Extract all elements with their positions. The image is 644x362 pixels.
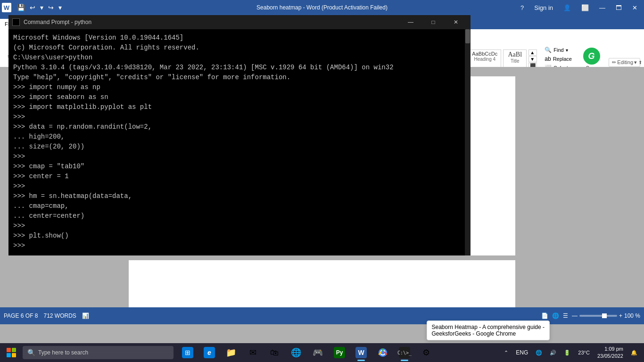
cmd-scrollbar[interactable] [465, 29, 471, 255]
save-button[interactable]: 💾 [15, 3, 27, 12]
doc-page-bottom[interactable] [129, 260, 515, 307]
cmd-maximize-button[interactable]: □ [422, 15, 444, 29]
titlebar-right: ? Sign in 👤 ⬜ — 🗖 ✕ [516, 2, 644, 13]
more-icon: ⚙ [421, 347, 432, 358]
heading4-sub: Heading 4 [474, 57, 495, 62]
cmd-minimize-button[interactable]: — [400, 15, 421, 29]
ribbon-collapse-button[interactable]: ⬆ [637, 59, 643, 66]
taskbar-task-view[interactable]: ⊞ [177, 343, 198, 362]
ribbon-display-options[interactable]: ⬜ [577, 2, 594, 13]
network-icon[interactable]: 🌐 [533, 349, 545, 357]
taskbar-gamepad[interactable]: 🎮 [307, 343, 328, 362]
help-button[interactable]: ? [516, 2, 528, 13]
person-icon[interactable]: 👤 [559, 2, 576, 13]
win-icon-g [12, 348, 16, 352]
cmd-line-10: >>> [13, 112, 466, 122]
cmd-line-4: C:\Users\user>python [13, 53, 466, 63]
cmd-line-22: >>> plt.show() [13, 231, 466, 241]
cmd-line-19: ... cmap=cmap, [13, 201, 466, 211]
styles-scroll-buttons[interactable]: ▲ ▼ ⬛ [528, 49, 537, 69]
task-view-icon: ⊞ [182, 347, 193, 358]
cmd-line-14: >>> [13, 152, 466, 162]
title-sub: Title [511, 58, 520, 64]
close-button[interactable]: ✕ [627, 2, 642, 13]
cmd-line-15: >>> cmap = "tab10" [13, 162, 466, 172]
zoom-thumb[interactable] [602, 313, 607, 318]
taskbar-explorer[interactable]: 📁 [221, 343, 241, 362]
cmd-content-area[interactable]: Microsoft Windows [Version 10.0.19044.16… [8, 29, 471, 255]
zoom-out-button[interactable]: — [572, 313, 578, 319]
cmd-app-icon: ■ [12, 18, 20, 26]
battery-icon[interactable]: 🔋 [561, 349, 573, 357]
taskbar-store[interactable]: 🛍 [264, 343, 285, 362]
up-arrow-tray[interactable]: ⌃ [501, 349, 511, 357]
maximize-button[interactable]: 🗖 [611, 2, 627, 13]
styles-scroll-down[interactable]: ▼ [528, 56, 537, 62]
zoom-slider[interactable]: — + 100 % [572, 313, 640, 319]
status-right: 📄 🌐 ☰ — + 100 % [541, 313, 640, 319]
find-button[interactable]: 🔍 Find ▾ [543, 46, 574, 54]
win-icon-y [12, 353, 16, 357]
editing-mode-button[interactable]: ✏ Editing ▾ [609, 58, 640, 67]
redo-button[interactable]: ↪ [46, 3, 56, 12]
volume-icon[interactable]: 🔊 [547, 349, 559, 357]
cmd-line-1: Microsoft Windows [Version 10.0.19044.16… [13, 33, 466, 43]
undo-dropdown-button[interactable]: ▾ [38, 3, 45, 12]
cmd-titlebar-left: ■ Command Prompt - python [12, 18, 91, 26]
editing-mode-label: Editing [617, 59, 633, 65]
page-count[interactable]: PAGE 6 OF 8 [4, 313, 38, 319]
undo-button[interactable]: ↩ [28, 3, 37, 12]
win-icon-r [7, 348, 11, 352]
minimize-button[interactable]: — [594, 2, 610, 13]
zoom-in-button[interactable]: + [619, 313, 622, 319]
taskbar-search-box[interactable]: 🔍 Type here to search [23, 346, 173, 359]
editing-mode-icon: ✏ [612, 59, 616, 66]
taskbar-python-ide[interactable]: Py [329, 343, 350, 362]
taskbar-more[interactable]: ⚙ [416, 343, 437, 362]
zoom-level[interactable]: 100 % [624, 313, 640, 319]
replace-icon: ab [545, 56, 551, 62]
language-indicator[interactable]: ENG [513, 348, 531, 357]
styles-scroll-up[interactable]: ▲ [528, 49, 537, 56]
title-style[interactable]: AaBl Title [503, 49, 527, 69]
taskbar-search-placeholder: Type here to search [38, 349, 88, 356]
chrome-tooltip: Seaborn Heatmap - A comprehensive guide … [427, 321, 550, 340]
layout-view-web[interactable]: 🌐 [552, 313, 559, 319]
cmd-line-2: (c) Microsoft Corporation. All rights re… [13, 43, 466, 53]
time-date-display[interactable]: 1:09 pm 23/05/2022 [594, 345, 626, 361]
editing-mode-arrow: ▾ [634, 59, 637, 66]
status-indicator: 📊 [82, 313, 89, 319]
cmd-window: ■ Command Prompt - python — □ ✕ Microsof… [8, 15, 471, 255]
cmd-close-button[interactable]: ✕ [445, 15, 467, 29]
taskbar-cmd-app[interactable]: C:\>_ [394, 343, 415, 362]
chrome-tooltip-line2: GeeksforGeeks - Google Chrome [432, 330, 545, 337]
cmd-line-6: Type "help", "copyright", "credits" or "… [13, 73, 466, 82]
open-grammarly-button[interactable]: G [583, 48, 600, 65]
sign-in-link[interactable]: Sign in [529, 2, 558, 13]
notification-button[interactable]: 🔔 [628, 349, 640, 357]
cmd-line-17: >>> [13, 181, 466, 191]
temperature: 23°C [575, 349, 593, 356]
heading4-style[interactable]: AaBbCcDc Heading 4 [468, 49, 501, 69]
cmd-line-18: >>> hm = sn.heatmap(data=data, [13, 191, 466, 201]
cmd-line-16: >>> center = 1 [13, 172, 466, 181]
cmd-scrollbar-thumb[interactable] [465, 29, 470, 43]
word-count[interactable]: 712 WORDS [43, 313, 76, 319]
taskbar-browser[interactable]: 🌐 [286, 343, 306, 362]
titlebar-left: W 💾 ↩ ▾ ↪ ▾ Seaborn heatmap - Word (Prod… [0, 3, 516, 12]
taskbar-word-app[interactable]: W [351, 343, 372, 362]
replace-button[interactable]: ab Replace [543, 55, 574, 63]
mail-icon: ✉ [247, 347, 258, 358]
win-icon-b [7, 353, 11, 357]
taskbar-chrome[interactable] [372, 343, 393, 362]
start-button[interactable] [0, 343, 23, 362]
heading4-text: AaBbCcDc [472, 51, 497, 57]
cmd-icon-symbol: ■ [14, 18, 18, 26]
taskbar-edge[interactable]: e [199, 343, 220, 362]
zoom-track [579, 315, 617, 317]
cmd-line-11: >>> data = np.random.randint(low=2, [13, 122, 466, 132]
taskbar-mail[interactable]: ✉ [242, 343, 263, 362]
customize-qat-button[interactable]: ▾ [57, 3, 64, 12]
layout-view-print[interactable]: 📄 [541, 313, 548, 319]
layout-view-outline[interactable]: ☰ [563, 313, 568, 319]
